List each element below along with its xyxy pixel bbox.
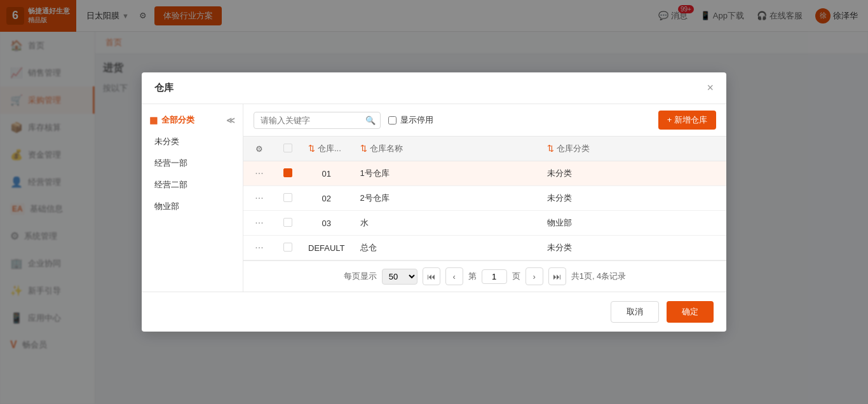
table-row[interactable]: ··· 02 2号仓库 未分类 [243,186,726,211]
dialog-header: 仓库 × [142,72,726,104]
category-header-label: 全部分类 [161,114,194,126]
page-input[interactable] [482,269,507,284]
dialog-close-button[interactable]: × [707,81,714,95]
table-row[interactable]: ··· DEFAULT 总仓 未分类 [243,236,726,260]
row-settings: ··· [243,236,275,260]
row-category: 未分类 [539,236,726,260]
show-disabled-checkbox[interactable] [388,116,397,125]
col-header-check [275,137,301,161]
row-num: 02 [301,186,353,211]
search-wrap: 🔍 [254,112,381,129]
add-warehouse-button[interactable]: + 新增仓库 [658,111,716,130]
sort-icon-code: ⇅ [308,144,315,153]
category-header: ▦ 全部分类 ≪ [142,109,243,131]
warehouse-dialog: 仓库 × ▦ 全部分类 ≪ 未分类 经营一部 经营二部 物业部 [142,72,726,332]
row-name: 水 [353,211,539,236]
table-row[interactable]: ··· 01 1号仓库 未分类 [243,161,726,186]
warehouse-table: ⚙ ⇅仓库... ⇅仓库名称 [243,137,726,260]
row-num: DEFAULT [301,236,353,260]
col-header-name: ⇅仓库名称 [353,137,539,161]
row-more-icon[interactable]: ··· [255,168,263,178]
show-disabled-text: 显示停用 [400,114,433,126]
row-checkbox[interactable] [283,168,292,177]
dialog-main-content: 🔍 显示停用 + 新增仓库 ⚙ [243,104,726,292]
row-check[interactable] [275,161,301,186]
table-header-row: ⚙ ⇅仓库... ⇅仓库名称 [243,137,726,161]
grid-icon: ▦ [149,115,158,125]
per-page-select[interactable]: 50 100 [382,269,417,285]
dialog-title: 仓库 [154,82,173,94]
sort-icon-name: ⇅ [360,144,367,153]
collapse-icon[interactable]: ≪ [226,116,235,125]
search-input[interactable] [254,112,381,129]
row-more-icon[interactable]: ··· [255,192,263,203]
category-sidebar: ▦ 全部分类 ≪ 未分类 经营一部 经营二部 物业部 [142,104,243,292]
pagination: 每页显示 50 100 ⏮ ‹ 第 页 › ⏭ 共1页, 4条记录 [243,260,726,292]
row-num: 03 [301,211,353,236]
settings-icon: ⚙ [255,144,263,154]
cancel-button[interactable]: 取消 [611,301,659,323]
dialog-footer: 取消 确定 [142,292,726,332]
dialog-overlay: 仓库 × ▦ 全部分类 ≪ 未分类 经营一部 经营二部 物业部 [0,0,868,404]
dialog-body: ▦ 全部分类 ≪ 未分类 经营一部 经营二部 物业部 🔍 [142,104,726,292]
show-disabled-label[interactable]: 显示停用 [388,114,433,126]
cat-item-property[interactable]: 物业部 [142,196,243,217]
row-more-icon[interactable]: ··· [255,242,263,253]
row-checkbox[interactable] [283,243,292,252]
confirm-button[interactable]: 确定 [667,301,714,323]
row-num: 01 [301,161,353,186]
row-checkbox[interactable] [283,193,292,202]
table-body: ··· 01 1号仓库 未分类 ··· 02 2号仓库 未分类 ··· 03 水… [243,161,726,260]
row-name: 2号仓库 [353,186,539,211]
row-category: 未分类 [539,186,726,211]
row-settings: ··· [243,186,275,211]
cat-item-ops2[interactable]: 经营二部 [142,174,243,196]
col-header-settings: ⚙ [243,137,275,161]
per-page-label: 每页显示 [344,271,377,282]
dialog-toolbar: 🔍 显示停用 + 新增仓库 [243,104,726,137]
row-settings: ··· [243,211,275,236]
page-label: 页 [512,271,520,282]
row-check[interactable] [275,211,301,236]
page-first-btn[interactable]: ⏮ [423,267,440,285]
row-settings: ··· [243,161,275,186]
row-category: 物业部 [539,211,726,236]
row-check[interactable] [275,236,301,260]
total-info: 共1页, 4条记录 [571,271,627,282]
row-check[interactable] [275,186,301,211]
page-prev-btn[interactable]: ‹ [445,267,463,285]
row-more-icon[interactable]: ··· [255,217,263,228]
col-header-code: ⇅仓库... [301,137,353,161]
page-last-btn[interactable]: ⏭ [548,267,566,285]
sort-icon-category: ⇅ [547,144,554,153]
col-header-category: ⇅仓库分类 [539,137,726,161]
cat-item-ops1[interactable]: 经营一部 [142,152,243,174]
row-checkbox[interactable] [283,218,292,227]
row-name: 总仓 [353,236,539,260]
page-next-btn[interactable]: › [526,267,543,285]
row-name: 1号仓库 [353,161,539,186]
table-wrap: ⚙ ⇅仓库... ⇅仓库名称 [243,137,726,260]
table-row[interactable]: ··· 03 水 物业部 [243,211,726,236]
search-icon[interactable]: 🔍 [365,116,376,125]
header-checkbox[interactable] [283,144,292,152]
page-label-pre: 第 [468,271,477,282]
cat-item-unclassified[interactable]: 未分类 [142,131,243,152]
row-category: 未分类 [539,161,726,186]
